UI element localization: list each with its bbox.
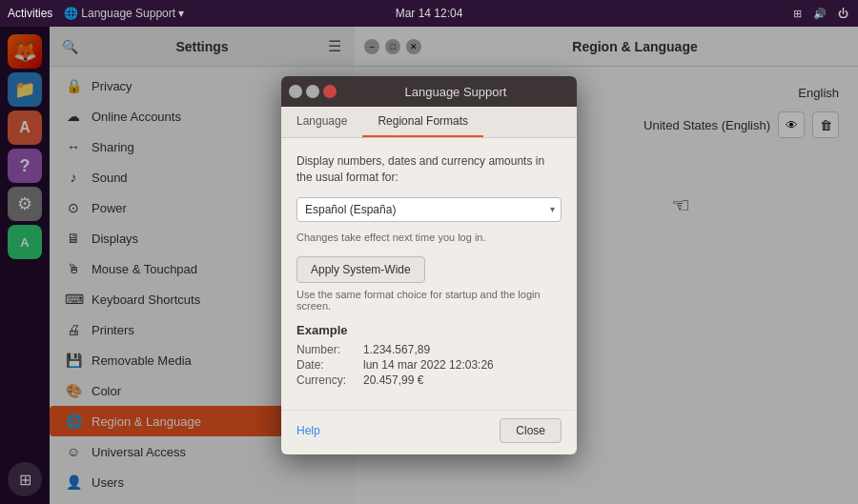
example-date-value: lun 14 mar 2022 12:03:26 [363,358,494,372]
tab-language[interactable]: Language [281,107,362,137]
example-title: Example [296,323,562,337]
globe-icon: 🌐 [64,7,78,20]
change-note: Changes take effect next time you log in… [296,232,562,243]
activities-button[interactable]: Activities [8,7,52,20]
modal-description: Display numbers, dates and currency amou… [296,153,562,186]
example-date-row: Date: lun 14 mar 2022 12:03:26 [296,358,562,372]
example-number-value: 1.234.567,89 [363,343,430,356]
modal-body: Display numbers, dates and currency amou… [281,138,577,410]
topbar-right: ⊞ 🔊 ⏻ [789,6,850,21]
modal-overlay: Language Support Language Regional Forma… [0,27,858,504]
modal-titlebar: Language Support [281,76,577,107]
example-number-label: Number: [296,343,363,356]
volume-icon[interactable]: 🔊 [812,6,827,21]
tab-regional-formats[interactable]: Regional Formats [362,107,483,137]
network-icon: ⊞ [789,6,805,21]
example-section: Example Number: 1.234.567,89 Date: lun 1… [296,323,562,387]
topbar-left: Activities 🌐 Language Support ▾ [8,7,184,20]
locale-select-row: Español (España) ▾ [296,197,562,222]
language-support-modal: Language Support Language Regional Forma… [281,76,577,454]
lang-support-label: Language Support [81,7,175,20]
modal-close-x-button[interactable] [323,85,337,98]
apply-note: Use the same format choice for startup a… [296,289,562,312]
close-modal-button[interactable]: Close [500,418,562,443]
modal-footer: Help Close [281,410,577,454]
modal-title: Language Support [342,85,569,99]
lang-arrow-icon: ▾ [178,7,184,20]
language-support-button[interactable]: 🌐 Language Support ▾ [64,7,184,20]
modal-maximize-button[interactable] [306,85,319,98]
example-currency-value: 20.457,99 € [363,373,423,387]
cursor-pointer: ☞ [667,193,690,222]
power-icon[interactable]: ⏻ [835,6,850,21]
modal-tabs: Language Regional Formats [281,107,577,138]
topbar: Activities 🌐 Language Support ▾ Mar 14 1… [0,0,858,27]
locale-select[interactable]: Español (España) [296,197,562,222]
topbar-datetime: Mar 14 12:04 [396,7,463,20]
modal-window-controls [289,85,337,98]
example-date-label: Date: [296,358,363,372]
example-currency-label: Currency: [296,373,363,387]
apply-system-wide-button[interactable]: Apply System-Wide [296,256,425,283]
example-number-row: Number: 1.234.567,89 [296,343,562,356]
help-button[interactable]: Help [296,424,320,437]
example-currency-row: Currency: 20.457,99 € [296,373,562,387]
modal-minimize-button[interactable] [289,85,302,98]
